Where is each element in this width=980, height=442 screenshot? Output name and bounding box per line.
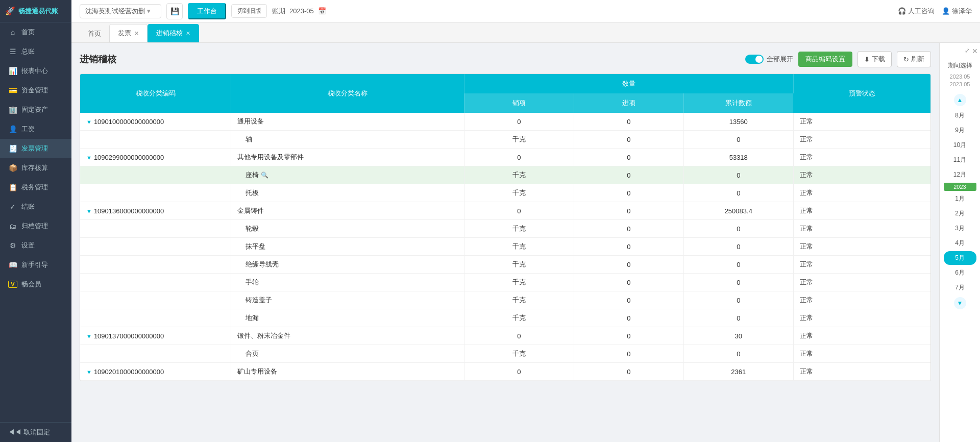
sidebar-item-reports[interactable]: 📊 报表中心 [0,61,71,81]
cell-status: 正常 [793,256,930,274]
cell-purchase: 0 [683,345,793,363]
cell-unit: 千克 [464,256,574,274]
cell-purchase: 0 [683,291,793,309]
expand-toggle-container: 全部展开 [745,55,793,64]
cell-status: 正常 [793,345,930,363]
cell-code [80,220,231,238]
expand-toggle-label: 全部展开 [767,55,793,64]
tab-reconcile[interactable]: 进销稽核 ✕ [148,24,199,42]
sidebar-item-label: 首页 [21,28,35,37]
cell-code [80,256,231,274]
cell-code [80,184,231,202]
month-item-1[interactable]: 1月 [944,192,976,206]
cell-sales: 0 [464,363,574,381]
panel-close-button[interactable]: ✕ [972,47,978,55]
calendar-icon[interactable]: 📅 [318,7,326,15]
expand-icon[interactable]: ▼ [86,369,92,375]
logo-text: 畅捷通易代账 [18,7,58,16]
workbench-button[interactable]: 工作台 [188,3,226,19]
sidebar-item-home[interactable]: ⌂ 首页 [0,22,71,42]
sidebar-item-guide[interactable]: 📖 新手引导 [0,255,71,275]
tab-home[interactable]: 首页 [80,25,109,42]
sidebar-item-inventory[interactable]: 📦 库存核算 [0,158,71,178]
cell-purchase: 0 [683,184,793,202]
cell-code [80,291,231,309]
save-draft-button[interactable]: 💾 [166,3,183,19]
sidebar-footer-label: ◀◀ 取消固定 [8,428,50,437]
funds-icon: 💳 [8,86,17,94]
service-button[interactable]: 🎧 人工咨询 [898,7,935,16]
code-settings-button[interactable]: 商品编码设置 [798,52,852,67]
archive-icon: 🗂 [8,222,17,230]
scroll-down-button[interactable]: ▼ [954,297,966,309]
month-item-12[interactable]: 12月 [944,168,976,182]
sidebar-item-checkout[interactable]: ✓ 结账 [0,197,71,216]
scroll-up-button[interactable]: ▲ [954,94,966,106]
cell-sales: 0 [464,149,574,166]
tab-invoice-close[interactable]: ✕ [134,30,139,37]
cell-status: 正常 [793,291,930,309]
sidebar-unpin-button[interactable]: ◀◀ 取消固定 [0,422,71,442]
company-selector[interactable]: 沈海英测试经营勿删 ▾ [80,4,161,18]
sidebar-item-payroll[interactable]: 👤 工资 [0,119,71,139]
cell-total: 2361 [683,363,793,381]
expand-icon[interactable]: ▼ [86,155,92,161]
month-item-2[interactable]: 2月 [944,207,976,220]
page-title-bar: 进销稽核 全部展开 商品编码设置 ⬇ 下载 [80,51,931,67]
expand-icon[interactable]: ▼ [86,208,92,214]
month-item-8[interactable]: 8月 [944,109,976,122]
cell-sales: 0 [574,309,683,327]
cell-status: 正常 [793,113,930,131]
cell-sales: 0 [574,184,683,202]
service-label: 人工咨询 [908,7,935,16]
download-icon: ⬇ [864,56,870,63]
sidebar-item-assets[interactable]: 🏢 固定资产 [0,100,71,119]
refresh-label: 刷新 [911,55,924,64]
cell-purchase: 0 [574,363,683,381]
save-icon: 💾 [170,7,179,15]
expand-toggle[interactable] [745,55,764,64]
cell-code [80,345,231,363]
sidebar-item-funds[interactable]: 💳 资金管理 [0,81,71,100]
invoice-icon: 🧾 [8,144,17,153]
month-item-10[interactable]: 10月 [944,138,976,152]
month-item-3[interactable]: 3月 [944,222,976,235]
month-item-4[interactable]: 4月 [944,236,976,250]
table-row: 地漏 千克 0 0 正常 [80,309,930,327]
sidebar-item-member[interactable]: V 畅会员 [0,275,71,294]
panel-maximize-button[interactable]: ⤢ [965,47,970,54]
cell-code: ▼1090299000000000000 [80,149,231,166]
switch-old-label: 切到旧版 [237,7,261,14]
toggle-knob [755,56,763,63]
sidebar-item-invoice[interactable]: 🧾 发票管理 [0,139,71,158]
page-title: 进销稽核 [80,53,116,65]
sidebar-item-settings[interactable]: ⚙ 设置 [0,236,71,255]
cell-name: 抹平盘 [231,238,464,256]
refresh-button[interactable]: ↻ 刷新 [897,51,931,67]
sidebar-item-label: 归档管理 [21,222,48,231]
tab-reconcile-close[interactable]: ✕ [186,30,190,37]
download-button[interactable]: ⬇ 下载 [857,51,892,67]
expand-icon[interactable]: ▼ [86,119,92,125]
month-item-6[interactable]: 6月 [944,266,976,280]
sidebar-item-label: 税务管理 [21,183,48,192]
cell-purchase: 0 [574,327,683,345]
cell-status: 正常 [793,363,930,381]
tab-invoice[interactable]: 发票 ✕ [109,24,148,42]
sidebar-item-ledger[interactable]: ☰ 总账 [0,42,71,61]
expand-icon[interactable]: ▼ [86,333,92,339]
sidebar-item-archive[interactable]: 🗂 归档管理 [0,216,71,236]
month-item-11[interactable]: 11月 [944,153,976,167]
topbar-right: 🎧 人工咨询 👤 徐泽华 [898,7,972,16]
user-profile[interactable]: 👤 徐泽华 [942,7,972,16]
search-icon[interactable]: 🔍 [261,171,268,179]
cell-total: 53318 [683,149,793,166]
month-item-9[interactable]: 9月 [944,124,976,137]
month-item-7[interactable]: 7月 [944,281,976,294]
sidebar-item-tax[interactable]: 📋 税务管理 [0,178,71,197]
cell-purchase: 0 [574,202,683,220]
month-item-5[interactable]: 5月 [944,251,976,265]
right-panel: ✕ ⤢ 期间选择 2023.05 2023.05 ▲ 8月 9月 10月 11月… [939,43,980,442]
switch-old-button[interactable]: 切到旧版 [231,4,267,18]
cell-status: 正常 [793,166,930,184]
